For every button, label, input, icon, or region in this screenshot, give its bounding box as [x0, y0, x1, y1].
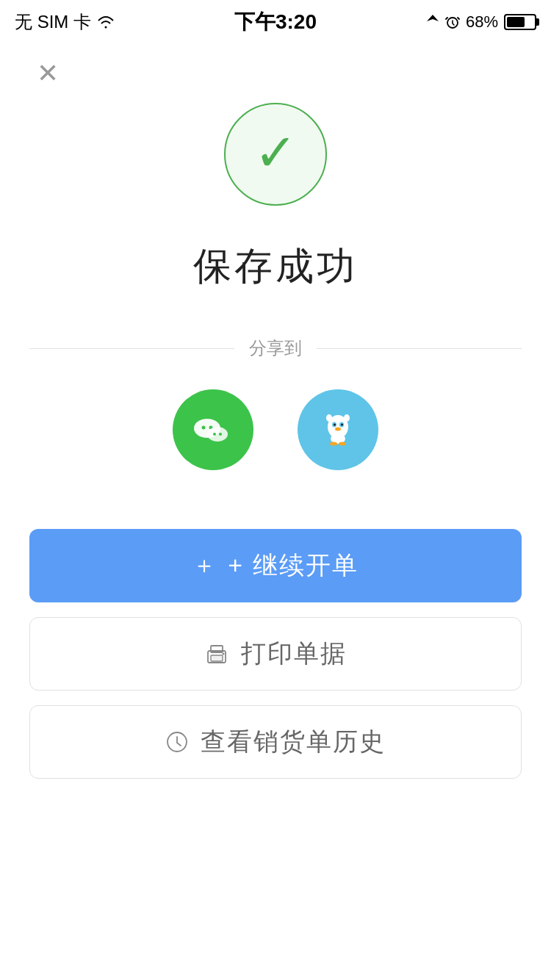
- svg-point-15: [339, 442, 346, 446]
- history-label: 查看销货单历史: [201, 725, 386, 759]
- carrier-text: 无 SIM 卡: [15, 10, 91, 34]
- status-bar: 无 SIM 卡 下午3:20 68%: [0, 0, 551, 44]
- history-button[interactable]: 查看销货单历史: [29, 705, 522, 779]
- battery-percentage: 68%: [466, 12, 498, 32]
- divider-left: [29, 348, 234, 349]
- svg-point-10: [334, 424, 336, 426]
- share-section: 分享到: [29, 336, 522, 470]
- checkmark-icon: ✓: [254, 127, 298, 179]
- success-icon-wrap: ✓: [224, 103, 327, 206]
- wifi-icon: [97, 15, 115, 29]
- svg-point-14: [330, 442, 337, 446]
- qq-share-button[interactable]: [298, 389, 378, 470]
- svg-point-4: [207, 427, 228, 442]
- svg-rect-19: [211, 655, 223, 661]
- share-divider-row: 分享到: [29, 336, 522, 360]
- location-icon: [426, 14, 439, 30]
- svg-point-21: [223, 653, 225, 655]
- print-label: 打印单据: [241, 637, 347, 671]
- print-button[interactable]: 打印单据: [29, 617, 522, 691]
- divider-right: [317, 348, 522, 349]
- svg-point-12: [341, 424, 343, 426]
- wechat-share-button[interactable]: [173, 389, 253, 470]
- success-title: 保存成功: [193, 241, 358, 292]
- wechat-icon: [190, 406, 237, 453]
- success-circle: ✓: [224, 103, 327, 206]
- continue-order-button[interactable]: ＋ + 继续开单: [29, 529, 522, 602]
- continue-label: + 继续开单: [228, 549, 358, 583]
- qq-icon: [314, 406, 361, 453]
- clock-icon: [165, 730, 189, 754]
- svg-point-2: [202, 426, 206, 430]
- share-icons-row: [173, 389, 378, 470]
- svg-point-17: [344, 414, 350, 422]
- svg-point-13: [335, 428, 341, 431]
- main-content: ✓ 保存成功 分享到: [0, 44, 551, 779]
- status-time: 下午3:20: [234, 8, 317, 36]
- status-right: 68%: [426, 12, 536, 32]
- battery-indicator: [504, 14, 536, 30]
- share-label: 分享到: [249, 336, 302, 360]
- svg-point-16: [326, 414, 332, 422]
- close-icon: ✕: [37, 60, 59, 87]
- action-buttons: ＋ + 继续开单 打印单据 查看销货单历史: [29, 529, 522, 779]
- close-button[interactable]: ✕: [29, 55, 66, 92]
- status-carrier: 无 SIM 卡: [15, 10, 115, 34]
- svg-point-5: [213, 433, 216, 436]
- printer-icon: [204, 643, 229, 665]
- alarm-icon: [445, 15, 460, 29]
- continue-icon: ＋: [192, 550, 216, 582]
- svg-point-6: [219, 433, 222, 436]
